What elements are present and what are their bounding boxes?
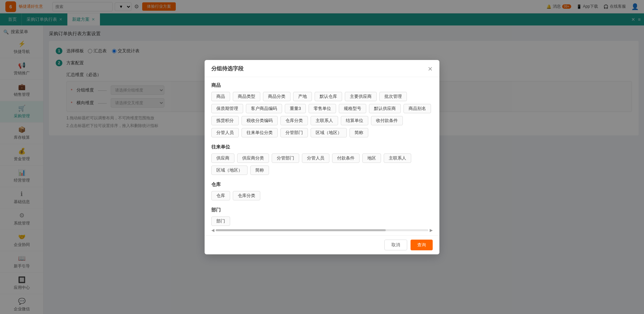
section-partner-tags: 供应商 供应商分类 分管部门 分管人员 付款条件 地区 主联系人 区域（地区） … — [211, 153, 433, 175]
tag-product-abbr[interactable]: 简称 — [350, 128, 368, 137]
scrollbar-thumb — [216, 229, 386, 231]
scroll-right-btn[interactable]: ▶ — [430, 228, 433, 233]
section-department-title: 部门 — [211, 207, 433, 213]
tag-product-contact[interactable]: 主联系人 — [311, 116, 338, 125]
tag-product-batch[interactable]: 批次管理 — [379, 92, 407, 101]
modal-scrollbar-h: ◀ ▶ — [205, 227, 439, 235]
scroll-left-btn[interactable]: ◀ — [211, 228, 214, 233]
section-warehouse-title: 仓库 — [211, 182, 433, 188]
tag-product-main-supplier[interactable]: 主要供应商 — [345, 92, 377, 101]
modal-body: 商品 商品 商品类型 商品分类 产地 默认仓库 主要供应商 批次管理 保质期管理… — [205, 77, 439, 227]
tag-product-default-wh[interactable]: 默认仓库 — [315, 92, 342, 101]
tag-partner-supplier-cat[interactable]: 供应商分类 — [237, 153, 269, 163]
modal-overlay: 分组待选字段 ✕ 商品 商品 商品类型 商品分类 产地 默认仓库 主要供应商 批… — [0, 0, 644, 314]
tag-product-weight[interactable]: 重量3 — [285, 104, 306, 113]
modal-close-btn[interactable]: ✕ — [428, 65, 433, 73]
tag-product-wh-cat[interactable]: 仓库分类 — [280, 116, 308, 125]
tag-product-origin[interactable]: 产地 — [293, 92, 312, 101]
tag-partner-area[interactable]: 区域（地区） — [211, 166, 248, 175]
section-product-title: 商品 — [211, 82, 433, 88]
modal-header: 分组待选字段 ✕ — [205, 60, 439, 77]
cancel-button[interactable]: 取消 — [384, 240, 407, 250]
tag-product-region[interactable]: 区域（地区） — [311, 128, 347, 137]
section-warehouse: 仓库 仓库 仓库分类 — [211, 182, 433, 200]
tag-product-category[interactable]: 商品分类 — [263, 92, 290, 101]
section-department-tags: 部门 — [211, 216, 433, 226]
tag-product-def-supplier[interactable]: 默认供应商 — [369, 104, 401, 113]
section-warehouse-tags: 仓库 仓库分类 — [211, 191, 433, 200]
tag-partner-contact[interactable]: 主联系人 — [384, 153, 411, 163]
section-partner: 往来单位 供应商 供应商分类 分管部门 分管人员 付款条件 地区 主联系人 区域… — [211, 144, 433, 175]
modal-footer: 取消 查询 — [205, 235, 439, 254]
tag-product-goods[interactable]: 商品 — [211, 92, 230, 101]
section-department: 部门 部门 — [211, 207, 433, 226]
tag-product-pick-score[interactable]: 拣货积分 — [211, 116, 239, 125]
tag-product-pay-term[interactable]: 收付款条件 — [371, 116, 403, 125]
field-select-modal: 分组待选字段 ✕ 商品 商品 商品类型 商品分类 产地 默认仓库 主要供应商 批… — [205, 60, 439, 254]
tag-partner-region[interactable]: 地区 — [362, 153, 381, 163]
tag-product-cust-code[interactable]: 客户商品编码 — [246, 104, 282, 113]
tag-product-expiry[interactable]: 保质期管理 — [211, 104, 243, 113]
modal-title: 分组待选字段 — [211, 65, 244, 72]
tag-product-settle-unit[interactable]: 结算单位 — [341, 116, 368, 125]
tag-product-type[interactable]: 商品类型 — [233, 92, 260, 101]
section-product: 商品 商品 商品类型 商品分类 产地 默认仓库 主要供应商 批次管理 保质期管理… — [211, 82, 433, 137]
scrollbar-track — [216, 229, 428, 231]
tag-partner-abbr[interactable]: 简称 — [250, 166, 269, 175]
tag-partner-dept[interactable]: 分管部门 — [272, 153, 299, 163]
section-product-tags: 商品 商品类型 商品分类 产地 默认仓库 主要供应商 批次管理 保质期管理 客户… — [211, 92, 433, 137]
tag-wh-category[interactable]: 仓库分类 — [233, 191, 260, 200]
tag-dept-dept[interactable]: 部门 — [211, 216, 230, 226]
tag-partner-pay-term[interactable]: 付款条件 — [332, 153, 360, 163]
tag-product-manager[interactable]: 分管人员 — [211, 128, 239, 137]
tag-partner-manager[interactable]: 分管人员 — [302, 153, 329, 163]
tag-partner-supplier[interactable]: 供应商 — [211, 153, 234, 163]
tag-product-tax-code[interactable]: 税收分类编码 — [241, 116, 278, 125]
tag-wh-warehouse[interactable]: 仓库 — [211, 191, 230, 200]
tag-product-dept[interactable]: 分管部门 — [280, 128, 308, 137]
tag-product-partner-cat[interactable]: 往来单位分类 — [241, 128, 278, 137]
confirm-button[interactable]: 查询 — [411, 240, 433, 250]
tag-product-retail-unit[interactable]: 零售单位 — [309, 104, 336, 113]
tag-product-alias[interactable]: 商品别名 — [404, 104, 431, 113]
tag-product-spec[interactable]: 规格型号 — [339, 104, 366, 113]
section-partner-title: 往来单位 — [211, 144, 433, 150]
